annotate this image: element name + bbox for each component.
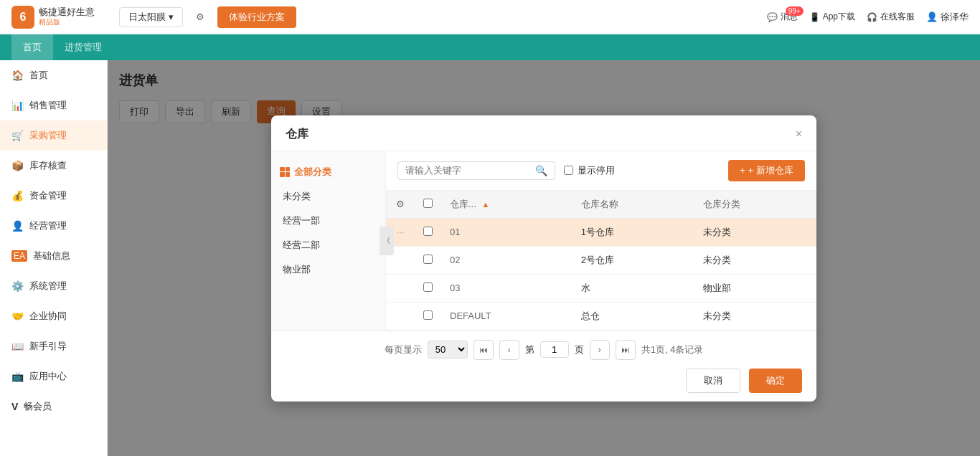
modal-close-button[interactable]: ×: [796, 128, 802, 141]
user-name: 徐泽华: [941, 11, 969, 24]
sidebar-item-system[interactable]: ⚙️ 系统管理: [0, 271, 107, 301]
row-more-btn[interactable]: [386, 274, 415, 302]
per-page-select[interactable]: 50 10 20 100: [428, 341, 468, 358]
row-warehouse-category: 物业部: [694, 274, 816, 302]
try-industry-button[interactable]: 体验行业方案: [217, 6, 296, 28]
row-checkbox-cell: [415, 218, 441, 246]
store-selector[interactable]: 日太阳膜 ▾: [119, 7, 183, 27]
row-num: 01: [441, 218, 573, 246]
user-avatar[interactable]: 👤 徐泽华: [926, 11, 969, 24]
header-nav: 日太阳膜 ▾ ⚙ 体验行业方案: [119, 6, 767, 29]
prev-page-button[interactable]: ‹: [499, 340, 519, 360]
sidebar-item-home[interactable]: 🏠 首页: [0, 60, 107, 90]
message-icon-item[interactable]: 💬 消息 99+: [767, 11, 798, 23]
grid-icon: [280, 167, 290, 177]
sidebar-item-label: 新手引导: [29, 340, 67, 353]
enterprise-icon: 🤝: [11, 310, 24, 322]
table-row[interactable]: ··· 01 1号仓库 未分类: [386, 218, 816, 246]
sidebar-item-member[interactable]: V 畅会员: [0, 391, 107, 422]
row-checkbox[interactable]: [423, 282, 433, 292]
sidebar-item-basic-info[interactable]: EA 基础信息: [0, 241, 107, 271]
sidebar-item-label: 应用中心: [29, 370, 67, 383]
header-right: 💬 消息 99+ 📱 App下载 🎧 在线客服 👤 徐泽华: [767, 11, 969, 24]
cancel-button[interactable]: 取消: [686, 369, 740, 393]
table-row[interactable]: 03 水 物业部: [386, 274, 816, 302]
search-input[interactable]: [405, 165, 535, 176]
main-layout: 🏠 首页 📊 销售管理 🛒 采购管理 📦 库存核查 💰 资金管理 👤 经营管理 …: [0, 60, 980, 456]
table-row[interactable]: DEFAULT 总仓 未分类: [386, 302, 816, 330]
last-page-button[interactable]: ⏭: [616, 340, 636, 360]
user-icon: 👤: [926, 11, 938, 22]
sidebar-item-label: 资金管理: [29, 189, 67, 202]
plus-icon: +: [740, 165, 745, 176]
sidebar-item-label: 首页: [29, 69, 48, 82]
warehouse-table: ⚙ 仓库... ▲: [386, 191, 816, 331]
select-all-checkbox[interactable]: [423, 199, 433, 208]
table-row[interactable]: 02 2号仓库 未分类: [386, 246, 816, 274]
brand-name: 畅捷通好生意: [39, 6, 95, 18]
table-header-row: ⚙ 仓库... ▲: [386, 191, 816, 219]
sidebar-item-label: 企业协同: [29, 310, 67, 323]
inventory-icon: 📦: [11, 160, 24, 171]
secondary-nav-purchase[interactable]: 进货管理: [53, 34, 113, 60]
row-num: 03: [441, 274, 573, 302]
add-warehouse-button[interactable]: + + 新增仓库: [728, 160, 805, 181]
sidebar-item-guide[interactable]: 📖 新手引导: [0, 331, 107, 361]
sidebar-item-finance[interactable]: 💰 资金管理: [0, 181, 107, 211]
confirm-button[interactable]: 确定: [749, 369, 802, 393]
finance-icon: 💰: [11, 190, 24, 201]
message-badge: 99+: [786, 6, 804, 16]
search-icon[interactable]: 🔍: [535, 165, 547, 176]
per-page-label: 每页显示: [385, 343, 422, 356]
sidebar-item-sales[interactable]: 📊 销售管理: [0, 90, 107, 120]
row-warehouse-name: 水: [573, 274, 694, 302]
row-more-btn[interactable]: [386, 302, 415, 330]
sidebar-item-operations[interactable]: 👤 经营管理: [0, 211, 107, 241]
logo-icon: 6: [11, 6, 34, 29]
modal-body: 全部分类 未分类 经营一部 经营二部 物业部 《: [271, 151, 816, 331]
sidebar-item-app-center[interactable]: 📺 应用中心: [0, 361, 107, 391]
cat-operations-1[interactable]: 经营一部: [271, 209, 385, 233]
first-page-button[interactable]: ⏮: [473, 340, 494, 360]
cat-property[interactable]: 物业部: [271, 257, 385, 282]
all-category-label: 全部分类: [294, 166, 331, 179]
row-checkbox[interactable]: [423, 310, 433, 320]
sidebar-item-purchase[interactable]: 🛒 采购管理: [0, 120, 107, 151]
show-disabled-checkbox[interactable]: [564, 166, 573, 175]
row-checkbox[interactable]: [423, 255, 433, 264]
next-page-button[interactable]: ›: [590, 340, 610, 360]
row-checkbox-cell: [415, 274, 441, 302]
app-download-item[interactable]: 📱 App下载: [809, 11, 855, 23]
secondary-nav: 首页 进货管理: [0, 34, 980, 60]
gear-icon[interactable]: ⚙: [189, 6, 212, 29]
basic-info-icon: EA: [11, 250, 27, 262]
pagination-row: 每页显示 50 10 20 100 ⏮ ‹ 第 页 › ⏭: [286, 340, 802, 360]
purchase-icon: 🛒: [11, 130, 24, 141]
page-label: 第: [525, 343, 534, 356]
sidebar-item-label: 基础信息: [33, 250, 70, 262]
row-warehouse-category: 未分类: [694, 218, 816, 246]
warehouse-table-wrap: ⚙ 仓库... ▲: [386, 191, 816, 331]
sidebar-item-label: 经营管理: [29, 219, 67, 232]
secondary-nav-home[interactable]: 首页: [11, 34, 53, 60]
all-category-item[interactable]: 全部分类: [271, 160, 385, 184]
row-checkbox[interactable]: [423, 227, 433, 236]
row-warehouse-name: 1号仓库: [573, 218, 694, 246]
cat-operations-2[interactable]: 经营二部: [271, 233, 385, 257]
warehouse-modal: 仓库 × 全部分类: [271, 115, 816, 402]
col-code-header: 仓库... ▲: [441, 191, 573, 219]
sidebar-item-inventory[interactable]: 📦 库存核查: [0, 151, 107, 181]
page-input[interactable]: [540, 341, 569, 358]
top-header: 6 畅捷通好生意 精品版 日太阳膜 ▾ ⚙ 体验行业方案 💬 消息 99+ 📱 …: [0, 0, 980, 34]
sidebar-item-label: 系统管理: [29, 280, 67, 293]
sidebar-item-enterprise[interactable]: 🤝 企业协同: [0, 301, 107, 331]
modal-toolbar: 🔍 显示停用 + + 新增仓库: [386, 151, 816, 191]
modal-content: 🔍 显示停用 + + 新增仓库: [386, 151, 816, 331]
row-warehouse-category: 未分类: [694, 246, 816, 274]
online-service-item[interactable]: 🎧 在线客服: [867, 11, 915, 23]
col-category-header: 仓库分类: [694, 191, 816, 219]
cat-unclassified[interactable]: 未分类: [271, 184, 385, 209]
collapse-sidebar-button[interactable]: 《: [380, 227, 394, 255]
logo-area: 6 畅捷通好生意 精品版: [11, 6, 119, 29]
show-disabled-label[interactable]: 显示停用: [564, 164, 615, 177]
